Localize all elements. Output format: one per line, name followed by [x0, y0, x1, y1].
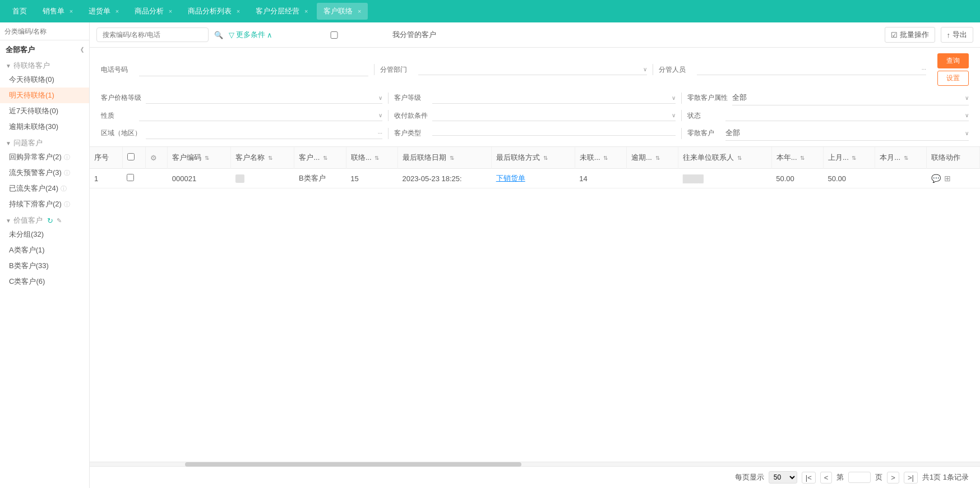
- sidebar: 🔍 全部客户 《 ▼ 待联络客户 今天待联络(0) 明天待联络(1) 近7天待联…: [0, 22, 90, 488]
- sidebar-item-b-class[interactable]: B类客户(33): [0, 258, 89, 274]
- sidebar-item-tomorrow-label: 明天待联络(1): [9, 90, 54, 100]
- horizontal-scrollbar[interactable]: [90, 462, 980, 466]
- col-index: 序号: [90, 147, 122, 169]
- sidebar-item-ungrouped[interactable]: 未分组(32): [0, 227, 89, 242]
- nav-customer-tier[interactable]: 客户分层经营 ×: [249, 3, 315, 20]
- help-declining-icon: ⓘ: [64, 200, 70, 209]
- batch-op-label: 批量操作: [900, 30, 929, 40]
- sidebar-item-overdue[interactable]: 逾期未联络(30): [0, 119, 89, 135]
- per-page-label: 每页显示: [735, 472, 764, 482]
- all-customers-header: 全部客户 《: [0, 40, 89, 57]
- my-customer-checkbox[interactable]: [278, 31, 390, 39]
- nav-sales[interactable]: 销售单 ×: [36, 3, 80, 20]
- nav-purchase[interactable]: 进货单 ×: [82, 3, 126, 20]
- last-month-sort-icon: ⇅: [852, 155, 856, 161]
- close-sales-icon[interactable]: ×: [70, 8, 73, 15]
- group-pending-contact: ▼ 待联络客户: [0, 57, 89, 72]
- close-customer-tier-icon[interactable]: ×: [304, 8, 308, 15]
- action-chat-icon[interactable]: 💬: [931, 174, 941, 183]
- export-button[interactable]: ↑ 导出: [941, 27, 974, 43]
- close-product-analysis-list-icon[interactable]: ×: [237, 8, 240, 15]
- col-code: 客户编码 ⇅: [168, 147, 231, 169]
- filter-customer-type-select[interactable]: [432, 131, 676, 136]
- filter-dept-label: 分管部门: [380, 65, 414, 75]
- this-month-sort-icon: ⇅: [904, 155, 908, 161]
- filter-area-select[interactable]: ···: [146, 128, 382, 139]
- customer-level-chevron-icon: ∨: [672, 95, 676, 101]
- filter-more-btn[interactable]: ▽ 更多条件 ∧: [229, 30, 272, 40]
- sidebar-item-overdue-label: 逾期未联络(30): [9, 122, 58, 132]
- filter-phone-input[interactable]: [139, 63, 368, 76]
- first-page-button[interactable]: |<: [802, 472, 816, 484]
- help-abnormal-icon: ⓘ: [64, 153, 70, 162]
- filter-retail-customer-select[interactable]: 全部 ∨: [725, 126, 969, 141]
- filter-dept: 分管部门 ∨: [380, 64, 648, 75]
- nav-product-analysis-list[interactable]: 商品分析列表 ×: [181, 3, 247, 20]
- filter-person-select[interactable]: ···: [697, 64, 926, 75]
- settings-button[interactable]: 设置: [937, 71, 969, 86]
- next-page-button[interactable]: >: [887, 472, 899, 484]
- page-number-input[interactable]: 1: [848, 472, 871, 483]
- nav-home[interactable]: 首页: [6, 3, 34, 20]
- sidebar-item-churned[interactable]: 已流失客户(24) ⓘ: [0, 181, 89, 196]
- table-gear-icon[interactable]: ⚙: [150, 154, 157, 162]
- filter-gender-select[interactable]: ∨: [139, 110, 382, 121]
- col-last-contact-method: 最后联络方式 ⇅: [492, 147, 575, 169]
- cell-this-year: 50.00: [771, 169, 823, 188]
- filter-customer-level-label: 客户等级: [394, 93, 428, 103]
- area-more-icon[interactable]: ···: [378, 130, 382, 136]
- filter-retail-attr-select[interactable]: 全部 ∨: [732, 90, 969, 105]
- collapse-icon[interactable]: 《: [77, 46, 84, 54]
- filter-divider-8: [681, 128, 682, 139]
- filter-customer-level-select[interactable]: ∨: [432, 93, 676, 104]
- last-page-button[interactable]: >|: [904, 472, 918, 484]
- sidebar-search-input[interactable]: [4, 27, 89, 35]
- search-button-icon[interactable]: 🔍: [214, 31, 223, 39]
- filter-gender: 性质 ∨: [101, 110, 382, 121]
- filter-gender-label: 性质: [101, 111, 135, 121]
- filter-status-select[interactable]: ∨: [725, 110, 969, 121]
- export-label: 导出: [953, 30, 967, 40]
- scrollbar-thumb[interactable]: [185, 462, 521, 467]
- edit-value-icon[interactable]: ✎: [57, 217, 62, 224]
- my-customer-label: 我分管的客户: [392, 30, 436, 40]
- sidebar-item-today[interactable]: 今天待联络(0): [0, 72, 89, 88]
- top-navigation: 首页 销售单 × 进货单 × 商品分析 × 商品分析列表 × 客户分层经营 × …: [0, 0, 980, 22]
- action-more-icon[interactable]: ⊞: [944, 174, 951, 183]
- sidebar-item-7days[interactable]: 近7天待联络(0): [0, 103, 89, 119]
- nav-product-analysis[interactable]: 商品分析 ×: [128, 3, 179, 20]
- filter-dept-select[interactable]: ∨: [418, 64, 648, 75]
- person-more-icon[interactable]: ···: [922, 66, 926, 72]
- close-customer-contact-icon[interactable]: ×: [358, 8, 361, 15]
- sidebar-item-abnormal-repurchase[interactable]: 回购异常客户(2) ⓘ: [0, 149, 89, 165]
- refresh-value-icon[interactable]: ↻: [47, 217, 53, 225]
- cell-last-date: 2023-05-23 18:25:: [397, 169, 491, 188]
- nav-customer-contact[interactable]: 客户联络 ×: [317, 3, 368, 20]
- filter-payment-select[interactable]: ∨: [432, 110, 676, 121]
- main-layout: 🔍 全部客户 《 ▼ 待联络客户 今天待联络(0) 明天待联络(1) 近7天待联…: [0, 22, 980, 488]
- close-purchase-icon[interactable]: ×: [115, 8, 119, 15]
- batch-op-button[interactable]: ☑ 批量操作: [885, 27, 935, 43]
- filter-row-1: 电话号码 分管部门 ∨ 分管人员 ···: [101, 53, 969, 86]
- contact-sort-icon: ⇅: [375, 155, 379, 161]
- select-all-checkbox[interactable]: [127, 153, 135, 160]
- sidebar-item-declining[interactable]: 持续下滑客户(2) ⓘ: [0, 196, 89, 212]
- filter-divider-3: [388, 93, 389, 104]
- my-customer-filter[interactable]: 我分管的客户: [278, 30, 436, 40]
- search-input[interactable]: [96, 27, 209, 42]
- per-page-select[interactable]: 50 100: [769, 471, 797, 484]
- sidebar-item-tomorrow[interactable]: 明天待联络(1): [0, 88, 89, 103]
- filter-price-select[interactable]: ∨: [146, 93, 382, 104]
- retail-customer-chevron-icon: ∨: [965, 130, 969, 136]
- filter-customer-type: 客户类型: [394, 128, 676, 138]
- help-churned-icon: ⓘ: [61, 185, 67, 193]
- payment-chevron-icon: ∨: [672, 112, 676, 118]
- sidebar-item-churn-warning[interactable]: 流失预警客户(3) ⓘ: [0, 165, 89, 181]
- last-method-link[interactable]: 下销货单: [496, 174, 525, 182]
- prev-page-button[interactable]: <: [820, 472, 833, 484]
- query-button[interactable]: 查询: [937, 53, 969, 68]
- sidebar-item-a-class[interactable]: A类客户(1): [0, 242, 89, 258]
- row-checkbox[interactable]: [127, 174, 134, 181]
- sidebar-item-c-class[interactable]: C类客户(6): [0, 274, 89, 289]
- close-product-analysis-icon[interactable]: ×: [169, 8, 172, 15]
